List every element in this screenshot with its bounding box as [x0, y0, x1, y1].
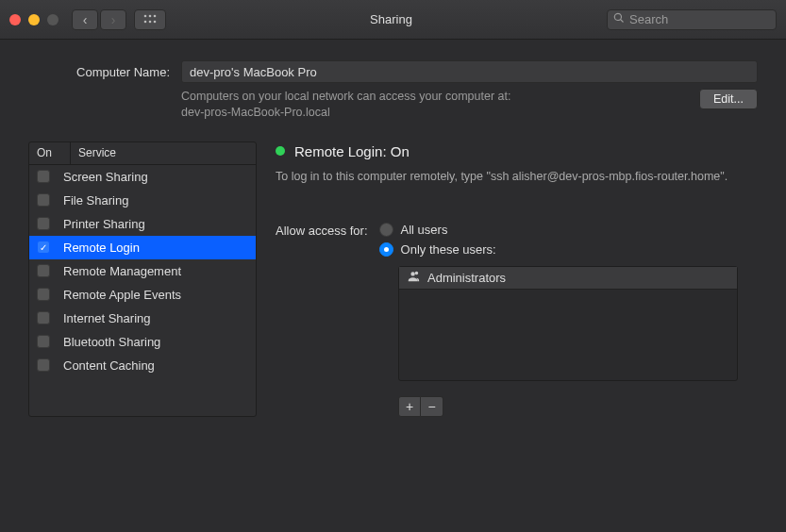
add-user-button[interactable]: +: [398, 396, 421, 417]
users-icon: [407, 270, 420, 286]
show-all-button[interactable]: [134, 9, 166, 30]
login-instructions: To log in to this computer remotely, typ…: [276, 169, 758, 185]
service-label: Internet Sharing: [63, 311, 151, 325]
service-checkbox[interactable]: [37, 311, 50, 324]
service-row[interactable]: File Sharing: [29, 189, 256, 212]
status-label: Remote Login: On: [294, 143, 410, 159]
zoom-window-button[interactable]: [47, 14, 59, 25]
chevron-left-icon: ‹: [83, 12, 88, 27]
service-label: Remote Apple Events: [63, 288, 181, 302]
service-row[interactable]: Bluetooth Sharing: [29, 330, 256, 354]
window-title: Sharing: [176, 12, 607, 26]
services-table: On Service Screen SharingFile SharingPri…: [28, 141, 257, 417]
search-placeholder: Search: [629, 12, 668, 26]
allow-access-label: Allow access for:: [276, 223, 368, 238]
service-checkbox[interactable]: [37, 193, 50, 207]
radio-all-users[interactable]: All users: [379, 223, 496, 237]
service-label: Content Caching: [63, 358, 155, 373]
svg-point-0: [144, 14, 147, 17]
radio-only-label: Only these users:: [401, 242, 496, 257]
column-header-on[interactable]: On: [29, 142, 71, 164]
hostname-hint: Computers on your local network can acce…: [181, 89, 688, 121]
service-checkbox[interactable]: [37, 358, 50, 372]
computer-name-section: Computer Name: Computers on your local n…: [0, 40, 786, 130]
service-row[interactable]: Remote Apple Events: [29, 283, 256, 307]
chevron-right-icon: ›: [111, 12, 116, 27]
main-content: On Service Screen SharingFile SharingPri…: [0, 130, 786, 430]
radio-button-selected-icon: [379, 242, 393, 257]
window-controls: [9, 14, 59, 25]
computer-name-label: Computer Name:: [28, 65, 170, 79]
svg-point-5: [154, 20, 157, 23]
services-header: On Service: [29, 142, 256, 165]
radio-button-icon: [379, 223, 393, 237]
user-row[interactable]: Administrators: [399, 267, 737, 290]
back-button[interactable]: ‹: [72, 9, 98, 30]
service-detail: Remote Login: On To log in to this compu…: [276, 141, 758, 417]
remove-user-button[interactable]: −: [421, 396, 443, 417]
service-checkbox[interactable]: [37, 170, 50, 183]
service-row[interactable]: ✓Remote Login: [29, 236, 256, 259]
svg-point-3: [144, 20, 147, 23]
computer-name-input[interactable]: [181, 60, 758, 83]
service-row[interactable]: Screen Sharing: [29, 165, 256, 189]
minus-icon: −: [427, 399, 435, 414]
service-checkbox[interactable]: ✓: [37, 241, 50, 254]
forward-button[interactable]: ›: [100, 9, 126, 30]
user-label: Administrators: [427, 271, 506, 285]
service-label: Printer Sharing: [63, 217, 145, 231]
service-label: Remote Management: [63, 264, 181, 278]
grid-icon: [143, 13, 157, 26]
service-checkbox[interactable]: [37, 217, 50, 230]
plus-icon: +: [406, 399, 413, 414]
service-label: File Sharing: [63, 193, 128, 208]
titlebar: ‹ › Sharing Search: [0, 0, 786, 40]
service-label: Screen Sharing: [63, 170, 148, 184]
minimize-window-button[interactable]: [28, 14, 40, 25]
allow-access-row: Allow access for: All users Only these u…: [276, 223, 758, 257]
svg-point-2: [154, 14, 157, 17]
service-row[interactable]: Content Caching: [29, 354, 256, 377]
close-window-button[interactable]: [9, 14, 21, 25]
service-row[interactable]: Internet Sharing: [29, 307, 256, 330]
radio-only-these-users[interactable]: Only these users:: [379, 242, 496, 257]
add-remove-buttons: + −: [398, 396, 758, 417]
users-list[interactable]: Administrators: [398, 266, 738, 381]
svg-point-1: [149, 14, 152, 17]
nav-buttons: ‹ ›: [72, 9, 126, 30]
users-list-blank: [399, 290, 737, 380]
service-row[interactable]: Remote Management: [29, 259, 256, 283]
service-row[interactable]: Printer Sharing: [29, 212, 256, 236]
svg-point-4: [149, 20, 152, 23]
radio-all-label: All users: [401, 223, 448, 237]
status-dot-icon: [276, 146, 285, 156]
edit-hostname-button[interactable]: Edit...: [699, 89, 758, 109]
service-checkbox[interactable]: [37, 288, 50, 301]
service-checkbox[interactable]: [37, 335, 50, 348]
search-icon: [613, 12, 625, 26]
column-header-service[interactable]: Service: [71, 142, 124, 164]
service-label: Bluetooth Sharing: [63, 335, 160, 349]
search-input[interactable]: Search: [607, 9, 777, 30]
service-checkbox[interactable]: [37, 264, 50, 277]
status-row: Remote Login: On: [276, 143, 758, 159]
service-label: Remote Login: [63, 241, 140, 255]
